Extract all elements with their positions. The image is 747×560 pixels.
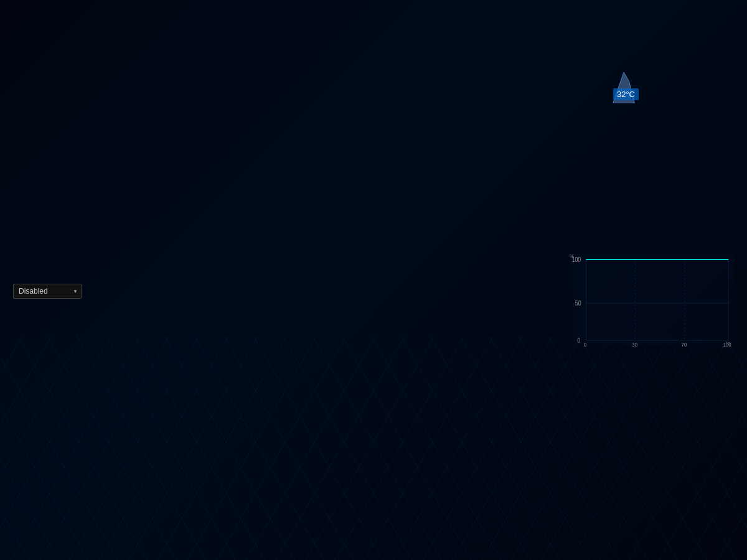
svg-text:50: 50 <box>575 299 581 307</box>
svg-text:0: 0 <box>577 337 580 344</box>
xmp-select[interactable]: Disabled Profile 1 Profile 2 <box>13 284 82 299</box>
cpu-temp-chart: 32°C <box>570 60 642 103</box>
svg-rect-1 <box>570 253 734 347</box>
svg-text:°C: °C <box>726 341 731 347</box>
svg-text:30: 30 <box>632 342 637 347</box>
svg-text:%: % <box>570 253 574 259</box>
svg-text:0: 0 <box>584 342 587 347</box>
cpu-temp-value: 32°C <box>613 88 639 100</box>
cpu-fan-chart: 100 50 0 0 30 70 100 % °C <box>570 253 734 347</box>
svg-text:70: 70 <box>682 342 687 347</box>
